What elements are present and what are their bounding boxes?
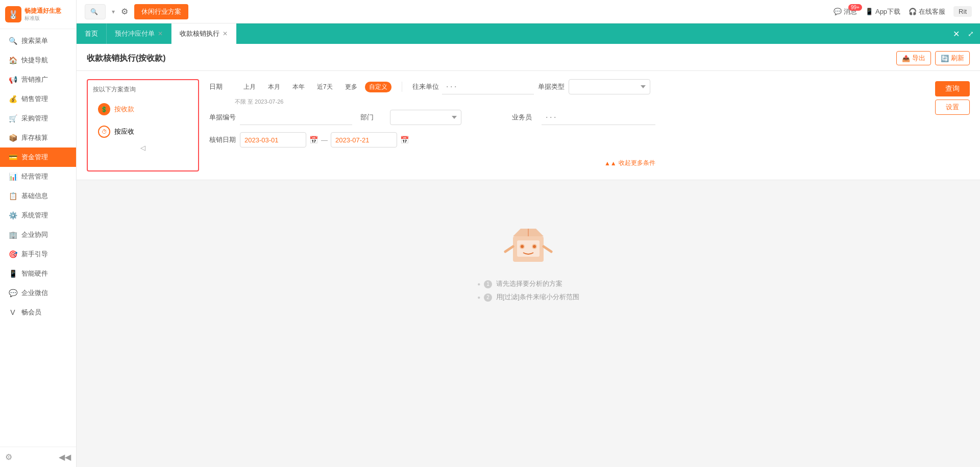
message-badge: 99+ xyxy=(848,4,862,11)
verify-date-label: 核销日期 xyxy=(209,135,236,144)
sidebar-item-operations[interactable]: 📊经营管理 xyxy=(0,167,76,186)
expand-tabs-icon[interactable]: ⤢ xyxy=(966,28,976,40)
verify-date-start[interactable] xyxy=(240,132,306,148)
date-shortcuts: 上月 本月 本年 近7天 更多 自定义 xyxy=(239,81,391,93)
topbar: 🔍 ▾ ⚙ 休闲行业方案 💬 消息 99+ 📱 App下载 🎧 在线客服 Rit xyxy=(77,0,980,23)
sidebar-item-hardware[interactable]: 📱智能硬件 xyxy=(0,264,76,283)
nav-label-sales: 销售管理 xyxy=(21,94,48,104)
sidebar-item-basic-info[interactable]: 📋基础信息 xyxy=(0,186,76,206)
filter-scheme-panel: 按以下方案查询 💲 按收款 ⏱ 按应收 ◁ xyxy=(87,79,199,171)
close-prepay-tab-icon[interactable]: ✕ xyxy=(158,30,163,37)
nav-label-wechat: 企业微信 xyxy=(21,288,48,298)
nav-label-hardware: 智能硬件 xyxy=(21,269,48,278)
sidebar-item-purchase[interactable]: 🛒采购管理 xyxy=(0,109,76,128)
filter-row-1: 日期 上月 本月 本年 近7天 更多 自定义 xyxy=(209,79,655,94)
empty-hint-1: 1 请先选择要分析的方案 xyxy=(477,277,579,290)
verify-date-end[interactable] xyxy=(331,132,397,148)
user-info[interactable]: Rit xyxy=(953,6,972,17)
nav-label-basic-info: 基础信息 xyxy=(21,191,48,201)
collapse-sidebar-icon[interactable]: ◀◀ xyxy=(59,452,71,462)
collapse-more-conditions[interactable]: ▲▲ 收起更多条件 xyxy=(209,155,655,171)
date-this-year[interactable]: 本年 xyxy=(288,81,309,93)
date-last-month[interactable]: 上月 xyxy=(239,81,260,93)
solution-button[interactable]: 休闲行业方案 xyxy=(134,4,188,19)
tab-home[interactable]: 首页 xyxy=(77,23,107,44)
sidebar-item-system[interactable]: ⚙️系统管理 xyxy=(0,206,76,225)
finance-icon: 💳 xyxy=(8,153,17,162)
sidebar-item-guide[interactable]: 🎯新手引导 xyxy=(0,244,76,264)
hardware-icon: 📱 xyxy=(8,269,17,278)
tabbar-actions: ✕ ⤢ xyxy=(947,23,980,44)
sidebar-item-quick-nav[interactable]: 🏠快捷导航 xyxy=(0,51,76,70)
sidebar-item-member[interactable]: V畅会员 xyxy=(0,303,76,322)
sidebar-item-enterprise[interactable]: 🏢企业协同 xyxy=(0,225,76,244)
sidebar-item-wechat[interactable]: 💬企业微信 xyxy=(0,283,76,303)
mobile-icon: 📱 xyxy=(865,8,873,15)
sidebar: 🐰 畅捷通好生意 标准版 🔍搜索菜单🏠快捷导航📢营销推广💰销售管理🛒采购管理📦库… xyxy=(0,0,77,467)
nav-label-finance: 资金管理 xyxy=(21,153,48,162)
calendar-start-icon[interactable]: 📅 xyxy=(309,136,318,144)
receipts-tab-label: 收款核销执行 xyxy=(180,29,219,38)
counterpart-more-icon[interactable]: ··· xyxy=(446,81,458,92)
filter-row-2: 单据编号 部门 xyxy=(209,110,655,125)
doc-no-field: 单据编号 xyxy=(209,110,352,125)
enterprise-icon: 🏢 xyxy=(8,230,17,239)
app-download-button[interactable]: 📱 App下载 xyxy=(865,7,900,16)
svg-point-6 xyxy=(533,245,536,248)
refresh-icon: 🔄 xyxy=(941,55,949,62)
tab-receipts[interactable]: 收款核销执行 ✕ xyxy=(172,23,236,44)
search-box[interactable]: 🔍 xyxy=(85,4,106,19)
filter-row-3: 核销日期 📅 — 📅 xyxy=(209,132,655,148)
setting-button[interactable]: 设置 xyxy=(935,100,970,115)
nav-label-inventory: 库存核算 xyxy=(21,133,48,142)
marketing-icon: 📢 xyxy=(8,75,17,84)
sidebar-footer: ⚙ ◀◀ xyxy=(0,447,76,467)
headset-icon: 🎧 xyxy=(909,8,917,15)
date-custom-tag: 自定义 xyxy=(365,82,391,92)
verify-date-inputs: 📅 — 📅 xyxy=(240,132,409,148)
topbar-chevron-icon[interactable]: ▾ xyxy=(112,8,115,15)
page-title: 收款核销执行(按收款) xyxy=(87,53,166,64)
svg-point-4 xyxy=(521,245,524,248)
page-header: 收款核销执行(按收款) 📤 导出 🔄 刷新 xyxy=(77,44,980,71)
nav-label-purchase: 采购管理 xyxy=(21,114,48,123)
online-service-button[interactable]: 🎧 在线客服 xyxy=(909,7,945,16)
svg-line-8 xyxy=(544,247,551,252)
sidebar-item-finance[interactable]: 💳资金管理 xyxy=(0,148,76,167)
receipt-icon: 💲 xyxy=(98,103,110,115)
nav-label-member: 畅会员 xyxy=(21,308,41,317)
chevron-left-icon: ◁ xyxy=(140,144,145,152)
filter-by-receipt[interactable]: 💲 按收款 xyxy=(93,99,193,119)
date-7days[interactable]: 近7天 xyxy=(312,81,337,93)
settings-icon[interactable]: ⚙ xyxy=(5,452,12,462)
sidebar-item-search[interactable]: 🔍搜索菜单 xyxy=(0,31,76,51)
sidebar-item-marketing[interactable]: 📢营销推广 xyxy=(0,70,76,89)
by-receipt-label: 按收款 xyxy=(114,105,134,114)
staff-more-icon[interactable]: ··· xyxy=(546,112,558,122)
date-more[interactable]: 更多 xyxy=(340,81,362,93)
sidebar-item-sales[interactable]: 💰销售管理 xyxy=(0,89,76,109)
topbar-right: 💬 消息 99+ 📱 App下载 🎧 在线客服 Rit xyxy=(834,6,972,17)
export-button[interactable]: 📤 导出 xyxy=(896,51,931,65)
system-icon: ⚙️ xyxy=(8,211,17,220)
calendar-end-icon[interactable]: 📅 xyxy=(400,136,409,144)
app-title: 畅捷通好生意 标准版 xyxy=(24,7,61,22)
filter-by-receivable[interactable]: ⏱ 按应收 xyxy=(93,121,193,142)
topbar-gear-icon[interactable]: ⚙ xyxy=(121,7,128,16)
date-this-month[interactable]: 本月 xyxy=(263,81,285,93)
action-buttons: 查询 设置 xyxy=(935,79,970,115)
message-button[interactable]: 💬 消息 99+ xyxy=(834,7,857,16)
close-all-tabs-icon[interactable]: ✕ xyxy=(951,27,962,41)
tab-prepay[interactable]: 预付冲应付单 ✕ xyxy=(107,23,172,44)
dept-select[interactable] xyxy=(390,110,461,125)
empty-hints: 1 请先选择要分析的方案 2 用[过滤]条件来缩小分析范围 xyxy=(477,277,579,304)
query-button[interactable]: 查询 xyxy=(935,81,970,96)
close-receipts-tab-icon[interactable]: ✕ xyxy=(223,30,228,37)
empty-illustration xyxy=(503,221,554,267)
filter-panel-collapse[interactable]: ◁ xyxy=(93,144,193,152)
sidebar-item-inventory[interactable]: 📦库存核算 xyxy=(0,128,76,148)
doc-type-select[interactable] xyxy=(569,79,650,94)
sales-icon: 💰 xyxy=(8,94,17,104)
nav-label-operations: 经营管理 xyxy=(21,172,48,181)
refresh-button[interactable]: 🔄 刷新 xyxy=(935,51,970,65)
